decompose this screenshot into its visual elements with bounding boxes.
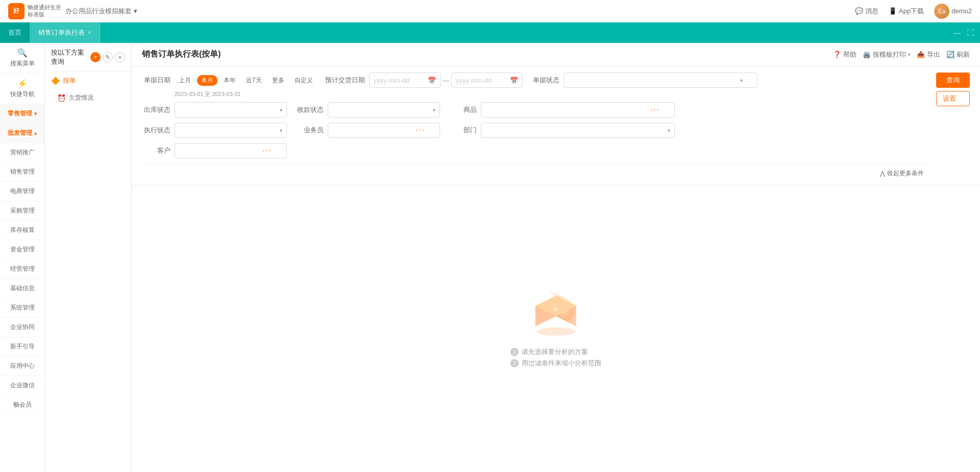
refresh-btn[interactable]: 🔄 刷新 [946, 50, 970, 59]
sidebar-item-inventory[interactable]: 库存核算 [0, 221, 44, 240]
search-btn[interactable]: 查询 [936, 73, 970, 88]
right-content: 销售订单执行表(按单) ❓ 帮助 🖨️ 按模板打印 ▾ 📤 [132, 43, 980, 472]
payment-status-select[interactable]: ▾ [328, 102, 440, 117]
scheme-item-press-order[interactable]: 🔶 按单 [45, 72, 131, 89]
quick-nav-icon: ⚡ [17, 79, 28, 88]
payment-status-arrow-icon: ▾ [433, 107, 435, 113]
filter-actions-row: ⋀ 收起更多条件 [142, 163, 930, 183]
dept-arrow-icon: ▾ [668, 128, 670, 133]
expected-date-from[interactable]: yyyy-mm-dd 📅 [369, 73, 440, 88]
dept-select[interactable]: ▾ [481, 123, 675, 138]
left-panel-actions: + ✎ « [90, 52, 125, 62]
tab-actions: — ⛶ [951, 22, 980, 43]
header-left: 好 畅捷通好生意 标准版 办公用品行业模拟账套 ▾ [8, 3, 137, 19]
status-filter-group: 单据状态 ▾ [531, 73, 930, 88]
sidebar-item-system[interactable]: 系统管理 [0, 298, 44, 318]
logo-area: 好 畅捷通好生意 标准版 [8, 3, 61, 19]
exec-status-select[interactable]: ▾ [175, 123, 287, 138]
filter-row-1: 单据日期 上月 本月 本年 近7天 更多 自定义 [142, 73, 930, 88]
empty-illustration: ✦ [525, 288, 586, 339]
left-panel: 按以下方案查询 + ✎ « 🔶 按单 ⏰ 欠货情况 [45, 43, 132, 472]
top-header: 好 畅捷通好生意 标准版 办公用品行业模拟账套 ▾ 💬 消息 📱 App下载 E… [0, 0, 980, 22]
filter-row-3: 执行状态 ▾ 业务员 [142, 123, 930, 138]
exec-status-group: 执行状态 ▾ [142, 123, 287, 138]
sidebar-item-search[interactable]: 🔍 搜索菜单 [0, 43, 44, 74]
collapse-icon: ⋀ [880, 170, 885, 177]
product-more-icon[interactable]: ··· [650, 105, 660, 114]
user-area[interactable]: Ea demo2 [934, 4, 972, 19]
message-action[interactable]: 💬 消息 [855, 7, 878, 16]
sidebar-item-wechat[interactable]: 企业微信 [0, 376, 44, 395]
tab-maximize-btn[interactable]: ⛶ [965, 27, 976, 39]
date-tab-last-month[interactable]: 上月 [175, 75, 195, 86]
empty-tips: 1 请先选择要分析的方案 2 用过滤条件来缩小分析范围 [510, 345, 601, 370]
setup-btn[interactable]: 设置 [936, 91, 970, 106]
scheme-item-arrears[interactable]: ⏰ 欠货情况 [45, 89, 131, 106]
tab-sales-order[interactable]: 销售订单执行表 × [30, 22, 100, 43]
arrears-icon: ⏰ [57, 94, 66, 102]
collapse-panel-btn[interactable]: « [115, 52, 125, 62]
sidebar-item-retail[interactable]: 零售管理 ▾ [0, 104, 44, 124]
add-scheme-btn[interactable]: + [90, 52, 101, 62]
customer-group: 客户 ··· [142, 143, 287, 158]
avatar: Ea [934, 4, 949, 19]
download-icon: 📱 [889, 7, 897, 15]
sidebar-item-purchase[interactable]: 采购管理 [0, 201, 44, 221]
app-download-action[interactable]: 📱 App下载 [889, 7, 924, 16]
sidebar-item-marketing[interactable]: 营销推广 [0, 143, 44, 162]
logo-icon: 好 [8, 3, 24, 19]
salesperson-select[interactable]: ··· [328, 123, 440, 138]
date-tabs: 上月 本月 本年 近7天 更多 自定义 [175, 75, 317, 86]
status-select[interactable]: ▾ [564, 73, 757, 88]
date-hint: 2023-03-01 至 2023-03-31 [142, 90, 930, 98]
sidebar-item-apps[interactable]: 应用中心 [0, 357, 44, 376]
help-btn[interactable]: ❓ 帮助 [833, 50, 856, 59]
salesperson-more-icon[interactable]: ··· [415, 126, 425, 135]
sidebar-item-guide[interactable]: 新手引导 [0, 337, 44, 357]
expected-date-range: yyyy-mm-dd 📅 — yyyy-mm-dd 📅 [369, 73, 523, 88]
breadcrumb: 办公用品行业模拟账套 ▾ [65, 7, 137, 16]
filter-row-2: 出库状态 ▾ 收款状态 [142, 102, 930, 117]
sidebar: 🔍 搜索菜单 ⚡ 快捷导航 零售管理 ▾ 批发管理 ▴ 营销推广 销售管理 电商… [0, 43, 45, 472]
sidebar-item-finance[interactable]: 资金管理 [0, 240, 44, 259]
export-btn[interactable]: 📤 导出 [917, 50, 940, 59]
product-group: 商品 ··· [448, 102, 930, 117]
sidebar-item-operations[interactable]: 经营管理 [0, 259, 44, 279]
print-arrow-icon: ▾ [908, 52, 911, 57]
dept-group: 部门 ▾ [448, 123, 930, 138]
date-tab-this-year[interactable]: 本年 [219, 75, 240, 86]
tab-home[interactable]: 首页 [0, 22, 30, 43]
logo-text: 畅捷通好生意 标准版 [28, 4, 61, 17]
product-select[interactable]: ··· [481, 102, 675, 117]
sidebar-item-basic[interactable]: 基础信息 [0, 279, 44, 298]
sidebar-item-ecommerce[interactable]: 电商管理 [0, 182, 44, 201]
date-tab-custom[interactable]: 自定义 [290, 75, 317, 86]
out-status-select[interactable]: ▾ [175, 102, 287, 117]
exec-status-arrow-icon: ▾ [280, 128, 282, 133]
sidebar-item-enterprise[interactable]: 企业协同 [0, 318, 44, 337]
svg-text:✦: ✦ [552, 304, 559, 315]
calendar-to-icon: 📅 [510, 77, 518, 84]
print-btn[interactable]: 🖨️ 按模板打印 ▾ [863, 50, 911, 59]
customer-select[interactable]: ··· [175, 143, 287, 158]
sidebar-item-wholesale[interactable]: 批发管理 ▴ [0, 124, 44, 143]
main-layout: 🔍 搜索菜单 ⚡ 快捷导航 零售管理 ▾ 批发管理 ▴ 营销推广 销售管理 电商… [0, 43, 980, 472]
tab-minimize-btn[interactable]: — [951, 27, 963, 39]
sidebar-item-member[interactable]: 畅会员 [0, 395, 44, 415]
edit-scheme-btn[interactable]: ✎ [103, 52, 113, 62]
print-icon: 🖨️ [863, 51, 871, 58]
sidebar-item-sales[interactable]: 销售管理 [0, 162, 44, 182]
sidebar-item-quick-nav[interactable]: ⚡ 快捷导航 [0, 74, 44, 104]
message-icon: 💬 [855, 7, 863, 15]
content-inner: 按以下方案查询 + ✎ « 🔶 按单 ⏰ 欠货情况 [45, 43, 980, 472]
date-tab-7days[interactable]: 近7天 [242, 75, 266, 86]
expected-date-to[interactable]: yyyy-mm-dd 📅 [451, 73, 523, 88]
date-tab-more[interactable]: 更多 [268, 75, 288, 86]
customer-more-icon[interactable]: ··· [262, 146, 272, 155]
tab-close-icon[interactable]: × [88, 29, 91, 36]
empty-state: ✦ 1 请先选择要分析的方案 2 用过滤条件来缩小分析范围 [510, 288, 601, 370]
nav-tabs: 首页 销售订单执行表 × — ⛶ [0, 22, 980, 43]
collapse-more-btn[interactable]: ⋀ 收起更多条件 [874, 167, 930, 180]
date-tab-this-month[interactable]: 本月 [197, 75, 217, 86]
date-filter-group: 单据日期 上月 本月 本年 近7天 更多 自定义 [142, 75, 317, 86]
